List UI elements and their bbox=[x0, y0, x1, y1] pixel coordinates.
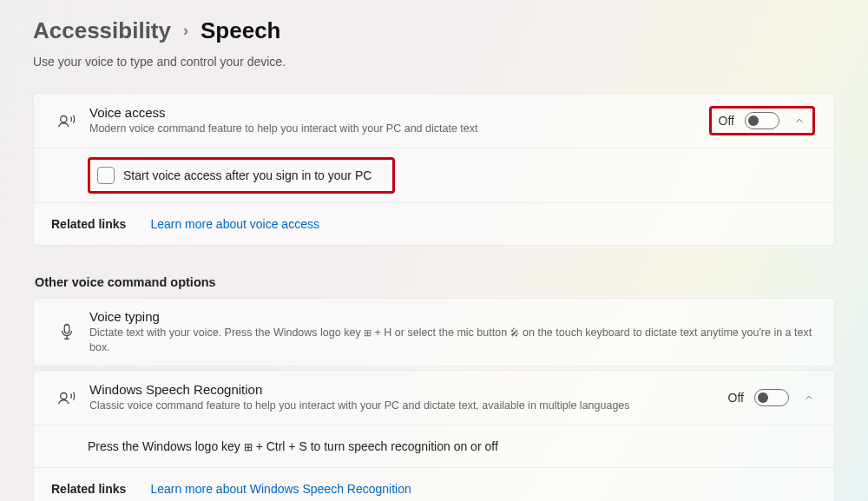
voice-access-icon bbox=[49, 111, 84, 130]
voice-typing-title: Voice typing bbox=[89, 309, 815, 324]
chevron-up-icon[interactable] bbox=[793, 115, 806, 127]
svg-point-2 bbox=[61, 392, 67, 399]
wsr-learn-more-link[interactable]: Learn more about Windows Speech Recognit… bbox=[150, 482, 411, 496]
wsr-title: Windows Speech Recognition bbox=[89, 382, 728, 397]
windows-key-icon: ⊞ bbox=[244, 441, 253, 453]
voice-access-toggle[interactable] bbox=[745, 112, 779, 129]
voice-access-toggle-highlight: Off bbox=[709, 106, 815, 135]
wsr-state: Off bbox=[728, 391, 744, 405]
page-subtitle: Use your voice to type and control your … bbox=[33, 55, 835, 69]
wsr-desc: Classic voice command feature to help yo… bbox=[89, 399, 728, 413]
mic-inline-icon: 🎤︎ bbox=[510, 327, 520, 338]
voice-access-related-row: Related links Learn more about voice acc… bbox=[34, 202, 834, 245]
voice-access-header-row[interactable]: Voice access Modern voice command featur… bbox=[34, 94, 834, 148]
other-options-header: Other voice command options bbox=[35, 275, 835, 289]
wsr-shortcut-row: Press the Windows logo key ⊞ + Ctrl + S … bbox=[34, 425, 834, 467]
breadcrumb-parent[interactable]: Accessibility bbox=[33, 17, 171, 44]
wsr-toggle[interactable] bbox=[754, 389, 789, 406]
svg-point-0 bbox=[61, 116, 67, 122]
chevron-right-icon: › bbox=[183, 22, 188, 40]
voice-access-card: Voice access Modern voice command featur… bbox=[33, 93, 835, 246]
wsr-card: Windows Speech Recognition Classic voice… bbox=[33, 370, 835, 501]
chevron-up-icon[interactable] bbox=[803, 392, 815, 404]
wsr-related-row: Related links Learn more about Windows S… bbox=[34, 467, 834, 501]
microphone-icon bbox=[49, 322, 84, 341]
voice-access-title: Voice access bbox=[89, 105, 709, 120]
voice-access-startup-row: Start voice access after you sign in to … bbox=[34, 148, 834, 202]
breadcrumb: Accessibility › Speech bbox=[33, 17, 835, 44]
svg-rect-1 bbox=[64, 325, 69, 333]
start-voice-access-checkbox[interactable] bbox=[97, 167, 115, 184]
voice-access-learn-more-link[interactable]: Learn more about voice access bbox=[150, 217, 319, 231]
voice-access-state: Off bbox=[719, 114, 734, 128]
voice-typing-row[interactable]: Voice typing Dictate text with your voic… bbox=[34, 299, 834, 366]
voice-access-desc: Modern voice command feature to help you… bbox=[89, 122, 709, 136]
wsr-header-row[interactable]: Windows Speech Recognition Classic voice… bbox=[34, 371, 834, 425]
voice-typing-card: Voice typing Dictate text with your voic… bbox=[33, 298, 835, 366]
voice-access-checkbox-highlight: Start voice access after you sign in to … bbox=[88, 157, 395, 194]
speech-recognition-icon bbox=[49, 388, 84, 407]
related-links-label: Related links bbox=[51, 217, 126, 231]
start-voice-access-label: Start voice access after you sign in to … bbox=[123, 168, 372, 182]
related-links-label: Related links bbox=[51, 482, 126, 496]
voice-typing-desc: Dictate text with your voice. Press the … bbox=[89, 326, 815, 355]
breadcrumb-current: Speech bbox=[201, 17, 281, 44]
windows-key-icon: ⊞ bbox=[364, 327, 372, 338]
